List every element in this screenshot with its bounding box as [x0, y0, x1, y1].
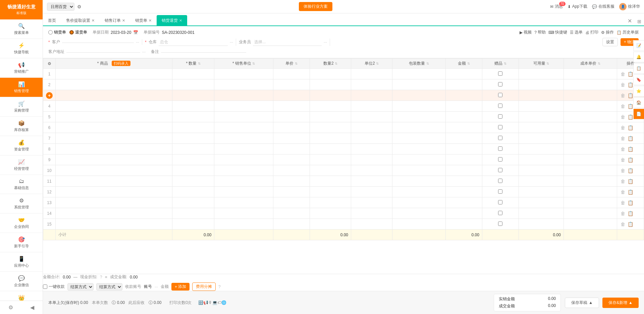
delete-row-9-icon[interactable]: 🗑 [621, 157, 625, 163]
radio-return-order[interactable]: 退货单 [69, 29, 87, 35]
row-available-6[interactable] [519, 122, 564, 133]
row-pkg-2[interactable] [392, 79, 445, 90]
gift-check-1[interactable] [498, 71, 502, 76]
tabbar-close-btn[interactable]: ✕ [625, 16, 635, 25]
row-unit-3[interactable] [214, 90, 273, 101]
row-amount-1[interactable] [445, 69, 482, 79]
row-unit2-11[interactable] [351, 176, 392, 187]
row-qty2-13[interactable] [310, 197, 351, 208]
row-available-9[interactable] [519, 154, 564, 165]
sidebar-item-经营管理[interactable]: 📈经营管理 [0, 155, 43, 175]
salesperson-more-icon[interactable]: ··· [324, 40, 327, 45]
setting-btn[interactable]: 设置 [602, 38, 618, 46]
calc-method-select2[interactable]: 结算方式 [96, 283, 122, 291]
row-qty-7[interactable] [172, 133, 214, 144]
row-gift-3[interactable] [482, 90, 519, 101]
row-qty-13[interactable] [172, 197, 214, 208]
delete-row-10-icon[interactable]: 🗑 [621, 168, 625, 173]
row-unit-13[interactable] [214, 197, 273, 208]
row-goods-1[interactable] [56, 69, 172, 79]
gift-check-14[interactable] [498, 211, 502, 215]
row-goods-15[interactable] [56, 219, 172, 230]
row-price-13[interactable] [273, 197, 310, 208]
row-qty-11[interactable] [172, 176, 214, 187]
gift-check-3[interactable] [498, 93, 502, 97]
row-unit2-3[interactable] [351, 90, 392, 101]
copy-row-12-icon[interactable]: 📋 [628, 189, 633, 195]
row-unit2-4[interactable] [351, 101, 392, 112]
row-pkg-8[interactable] [392, 144, 445, 154]
unit-sort-icon[interactable]: ⇅ [252, 62, 255, 65]
tab-close-3[interactable]: ✕ [149, 18, 152, 23]
row-unit2-2[interactable] [351, 79, 392, 90]
copy-row-15-icon[interactable]: 📋 [628, 222, 633, 227]
row-price-9[interactable] [273, 154, 310, 165]
row-available-7[interactable] [519, 133, 564, 144]
row-gift-10[interactable] [482, 165, 519, 176]
row-pkg-11[interactable] [392, 176, 445, 187]
row-unit-8[interactable] [214, 144, 273, 154]
customer-value-input[interactable] [62, 41, 134, 43]
row-goods-11[interactable] [56, 176, 172, 187]
right-float-home[interactable]: 🏠 [633, 97, 644, 108]
sidebar-item-销售管理[interactable]: 📊销售管理 [0, 78, 43, 97]
row-pkg-1[interactable] [392, 69, 445, 79]
sidebar-item-资金管理[interactable]: 💰资金管理 [0, 136, 43, 155]
amount-sort-icon[interactable]: ⇅ [467, 62, 470, 65]
row-pkg-14[interactable] [392, 208, 445, 219]
sidebar-item-应用中心[interactable]: 📱应用中心 [0, 252, 43, 272]
right-float-notify[interactable]: 🔔 [633, 52, 644, 62]
row-amount-10[interactable] [445, 165, 482, 176]
row-unit2-8[interactable] [351, 144, 392, 154]
row-pkg-6[interactable] [392, 122, 445, 133]
row-qty2-15[interactable] [310, 219, 351, 230]
copy-row-1-icon[interactable]: 📋 [628, 71, 633, 77]
note-input[interactable] [161, 51, 246, 53]
row-unit-1[interactable] [214, 69, 273, 79]
row-goods-8[interactable] [56, 144, 172, 154]
row-price-14[interactable] [273, 208, 310, 219]
row-cost-15[interactable] [564, 219, 617, 230]
row-pkg-4[interactable] [392, 101, 445, 112]
row-goods-7[interactable] [56, 133, 172, 144]
delete-row-2-icon[interactable]: 🗑 [621, 82, 625, 87]
expense-help-icon[interactable]: ? [218, 285, 221, 289]
form-action-帮助[interactable]: ?帮助 [534, 29, 546, 35]
row-pkg-9[interactable] [392, 154, 445, 165]
row-unit2-1[interactable] [351, 69, 392, 79]
qty-sort-icon[interactable]: ⇅ [198, 62, 201, 65]
customer-more-icon[interactable]: ··· [136, 40, 139, 45]
row-goods-13[interactable] [56, 197, 172, 208]
delete-row-15-icon[interactable]: 🗑 [621, 222, 625, 227]
delete-row-14-icon[interactable]: 🗑 [621, 211, 625, 216]
add-row-btn-3[interactable]: + [46, 92, 53, 99]
customer-addr-input[interactable] [66, 51, 140, 53]
gift-check-4[interactable] [498, 104, 502, 108]
copy-row-3-icon[interactable]: 📋 [628, 93, 633, 98]
row-available-12[interactable] [519, 187, 564, 197]
sidebar-item-采购管理[interactable]: 🛒采购管理 [0, 97, 43, 117]
delete-row-3-icon[interactable]: 🗑 [621, 93, 625, 98]
row-amount-6[interactable] [445, 122, 482, 133]
add-btn[interactable]: + 添加 [171, 283, 190, 291]
warehouse-value-input[interactable]: 总仓 [159, 39, 228, 46]
row-price-4[interactable] [273, 101, 310, 112]
row-unit2-5[interactable] [351, 112, 392, 122]
row-qty-3[interactable] [172, 90, 214, 101]
row-unit-7[interactable] [214, 133, 273, 144]
row-pkg-15[interactable] [392, 219, 445, 230]
row-cost-3[interactable] [564, 90, 617, 101]
row-qty2-1[interactable] [310, 69, 351, 79]
sidebar-item-新手引导[interactable]: 🎯新手引导 [0, 233, 43, 252]
row-pkg-10[interactable] [392, 165, 445, 176]
row-gift-12[interactable] [482, 187, 519, 197]
save-draft-btn[interactable]: 保存草稿 ▲ [565, 298, 599, 308]
pay-checkbox-label[interactable]: 一键收款 [43, 284, 65, 290]
row-qty2-4[interactable] [310, 101, 351, 112]
row-available-13[interactable] [519, 197, 564, 208]
tab-销货退货[interactable]: 销货退货✕ [157, 15, 187, 26]
tab-销货单[interactable]: 销货单✕ [130, 15, 157, 26]
tabbar-expand-btn[interactable]: ⊞ [635, 17, 644, 25]
tab-close-1[interactable]: ✕ [92, 18, 95, 23]
sidebar-item-畅会员[interactable]: 👑畅会员 [0, 291, 43, 301]
